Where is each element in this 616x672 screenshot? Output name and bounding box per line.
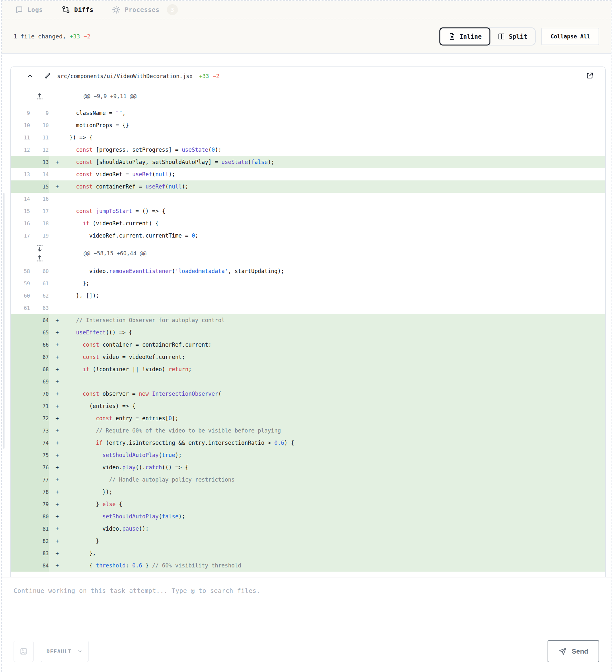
code-line: const observer = new IntersectionObserve… [66,388,605,400]
diff-row: 1719 videoRef.current.currentTime = 0; [11,229,605,242]
diff-sign [49,265,66,277]
code-line: const [shouldAutoPlay, setShouldAutoPlay… [66,156,605,168]
new-line-number: 17 [30,205,49,217]
file-text-icon [448,33,456,40]
old-line-number: 16 [11,217,30,229]
diff-row: 78+ }); [11,486,605,498]
file-path: src/components/ui/VideoWithDecoration.js… [57,73,193,79]
git-compare-icon [62,5,70,14]
diff-row: 5860 video.removeEventListener('loadedme… [11,265,605,277]
tab-logs[interactable]: Logs [15,5,43,14]
old-line-number: 59 [11,277,30,290]
file-diff-card: src/components/ui/VideoWithDecoration.js… [10,66,606,577]
open-external-button[interactable] [586,72,594,81]
new-line-number: 73 [30,424,49,437]
code-line [66,193,605,205]
model-selector[interactable]: DEFAULT [41,641,88,662]
paper-plane-icon [559,647,567,656]
old-line-number: 14 [11,193,30,205]
code-line: (entries) => { [66,400,605,412]
diff-scrollbar[interactable] [3,193,5,449]
code-line: }, []); [66,290,605,302]
new-line-number: 60 [30,265,49,277]
diff-row: 64+ // Intersection Observer for autopla… [11,314,605,326]
new-line-number: 76 [30,461,49,473]
diff-row: 13+ const [shouldAutoPlay, setShouldAuto… [11,156,605,168]
diff-row: 70+ const observer = new IntersectionObs… [11,388,605,400]
diff-sign: + [49,510,66,523]
message-input[interactable]: Continue working on this task attempt...… [14,587,599,594]
diff-sign [49,168,66,180]
image-icon [19,647,28,656]
old-line-number [11,486,30,498]
tab-diffs[interactable]: Diffs [62,5,94,14]
old-line-number: 10 [11,119,30,131]
diff-row: 77+ // Handle autoplay policy restrictio… [11,473,605,486]
expand-up-button[interactable] [36,92,44,100]
code-line: useEffect(() => { [66,326,605,339]
expand-up-button[interactable] [36,254,44,262]
external-link-icon [586,72,594,79]
gear-icon [112,5,120,14]
old-line-number [11,473,30,486]
old-line-number [11,523,30,535]
split-view-button[interactable]: Split [490,28,535,45]
split-columns-icon [498,33,505,40]
tab-bar: Logs Diffs Processes 3 [2,1,611,19]
diff-row: 1314 const videoRef = useRef(null); [11,168,605,180]
new-line-number: 10 [30,119,49,131]
code-line: setShouldAutoPlay(false); [66,510,605,523]
diff-row: 65+ useEffect(() => { [11,326,605,339]
diff-sign: + [49,486,66,498]
diff-row: 80+ setShouldAutoPlay(false); [11,510,605,523]
inline-view-button[interactable]: Inline [439,27,490,46]
new-line-number: 19 [30,229,49,242]
code-line: } [66,535,605,547]
old-line-number [11,314,30,326]
new-line-number: 14 [30,168,49,180]
chevron-up-icon [27,73,33,79]
code-line: if (entry.isIntersecting && entry.inters… [66,437,605,449]
diff-row: 1416 [11,193,605,205]
new-line-number: 64 [30,314,49,326]
send-button[interactable]: Send [548,640,599,662]
old-line-number [11,498,30,510]
old-line-number [11,363,30,375]
attach-image-button[interactable] [14,641,34,662]
chat-bubble-icon [15,5,23,14]
code-line: // Intersection Observer for autoplay co… [66,314,605,326]
new-line-number: 13 [30,156,49,168]
old-line-number [11,400,30,412]
new-line-number: 18 [30,217,49,229]
code-line: const video = videoRef.current; [66,351,605,363]
old-line-number [11,461,30,473]
code-line: const jumpToStart = () => { [66,205,605,217]
diff-row: 75+ setShouldAutoPlay(true); [11,449,605,461]
code-line: if (videoRef.current) { [66,217,605,229]
diff-row: 83+ }, [11,547,605,559]
tab-label: Processes [125,6,159,13]
new-line-number: 67 [30,351,49,363]
new-line-number: 79 [30,498,49,510]
collapse-file-button[interactable] [27,73,40,79]
diff-row: 66+ const container = containerRef.curre… [11,339,605,351]
composer: Continue working on this task attempt...… [2,577,611,672]
diff-sign [49,290,66,302]
diff-sign: + [49,523,66,535]
diff-sign: + [49,547,66,559]
new-line-number: 74 [30,437,49,449]
diff-sign [49,131,66,144]
expand-down-button[interactable] [36,244,44,253]
view-mode-toggle: Inline Split [439,27,536,46]
old-line-number [11,547,30,559]
diff-sign: + [49,461,66,473]
diff-row: 1010 motionProps = {} [11,119,605,131]
code-line: }); [66,486,605,498]
diff-sign: + [49,400,66,412]
tab-processes[interactable]: Processes 3 [112,4,178,15]
file-header: src/components/ui/VideoWithDecoration.js… [11,67,605,86]
old-line-number: 9 [11,107,30,119]
collapse-all-button[interactable]: Collapse All [541,28,599,45]
edit-pencil-icon [44,72,51,80]
new-line-number: 72 [30,412,49,424]
